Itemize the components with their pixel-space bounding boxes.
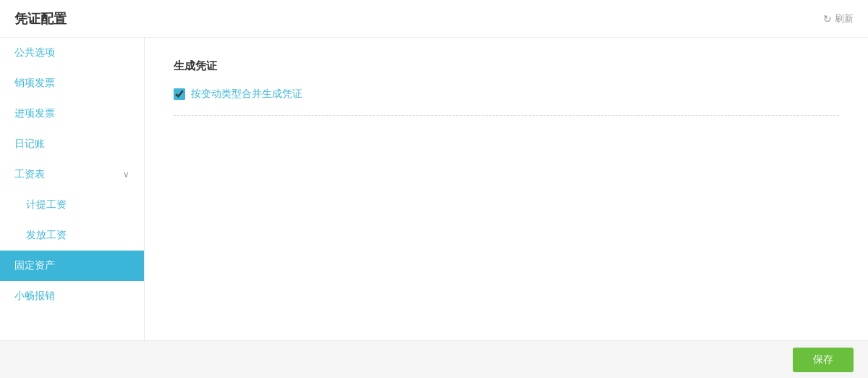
sidebar-item-label-expense-report: 小畅报销 — [14, 290, 55, 303]
content-area: 生成凭证 按变动类型合并生成凭证 — [145, 38, 868, 340]
sidebar-item-label-payroll-calc: 计提工资 — [26, 198, 67, 211]
sidebar-item-payroll-distribute[interactable]: 发放工资 — [0, 220, 144, 251]
sidebar-item-label-fixed-assets: 固定资产 — [14, 259, 55, 272]
page-footer: 保存 — [0, 340, 868, 378]
sidebar-item-label-payroll-table: 工资表 — [14, 168, 45, 181]
sidebar: 公共选项销项发票进项发票日记账工资表∨计提工资发放工资固定资产小畅报销 — [0, 38, 145, 340]
sidebar-item-fixed-assets[interactable]: 固定资产 — [0, 251, 144, 281]
sidebar-item-label-sales-invoice: 销项发票 — [14, 77, 55, 90]
refresh-icon: ↻ — [823, 13, 832, 25]
sidebar-item-journal[interactable]: 日记账 — [0, 129, 144, 159]
sidebar-item-sales-invoice[interactable]: 销项发票 — [0, 68, 144, 98]
sidebar-item-payroll-table[interactable]: 工资表∨ — [0, 159, 144, 190]
sidebar-item-purchase-invoice[interactable]: 进项发票 — [0, 98, 144, 129]
sidebar-item-label-journal: 日记账 — [14, 138, 45, 151]
section-title: 生成凭证 — [174, 59, 839, 73]
refresh-button[interactable]: ↻ 刷新 — [823, 12, 854, 25]
chevron-down-icon: ∨ — [123, 169, 129, 180]
merge-by-type-checkbox[interactable] — [174, 88, 185, 100]
refresh-label: 刷新 — [835, 12, 854, 25]
checkbox-row: 按变动类型合并生成凭证 — [174, 88, 839, 101]
sidebar-item-payroll-calc[interactable]: 计提工资 — [0, 190, 144, 220]
merge-by-type-label[interactable]: 按变动类型合并生成凭证 — [191, 88, 302, 101]
save-button[interactable]: 保存 — [793, 348, 854, 372]
sidebar-item-label-payroll-distribute: 发放工资 — [26, 229, 67, 242]
main-layout: 公共选项销项发票进项发票日记账工资表∨计提工资发放工资固定资产小畅报销 生成凭证… — [0, 38, 868, 340]
sidebar-item-label-purchase-invoice: 进项发票 — [14, 107, 55, 120]
sidebar-item-public-options[interactable]: 公共选项 — [0, 38, 144, 68]
sidebar-item-label-public-options: 公共选项 — [14, 46, 55, 59]
page-title: 凭证配置 — [14, 10, 67, 28]
section-divider — [174, 115, 839, 116]
page-header: 凭证配置 ↻ 刷新 — [0, 0, 868, 38]
sidebar-item-expense-report[interactable]: 小畅报销 — [0, 281, 144, 311]
